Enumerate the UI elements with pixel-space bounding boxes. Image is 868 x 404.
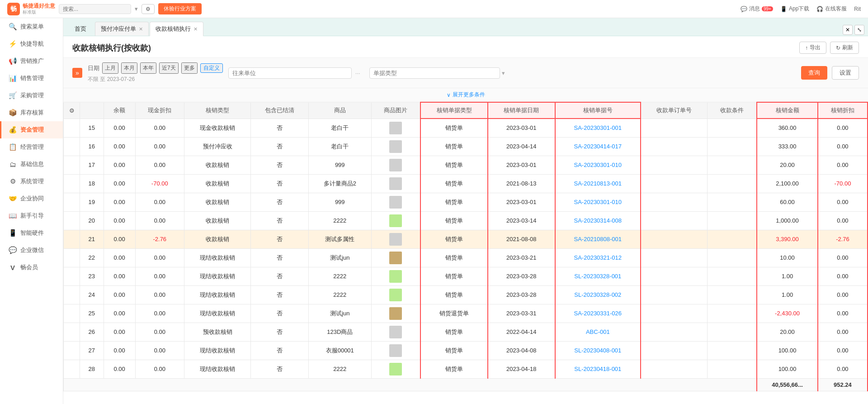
sidebar-item-inventory[interactable]: 📦 库存核算 <box>0 104 63 121</box>
online-service-btn[interactable]: 🎧 在线客服 <box>816 5 847 13</box>
verify-doc-link[interactable]: ABC-001 <box>586 328 610 335</box>
verify-doc-link[interactable]: SL-20230408-001 <box>574 347 621 354</box>
cell-verify-amount: 360.00 <box>757 119 818 137</box>
cell-verify-discount: 0.00 <box>818 193 868 211</box>
sidebar-item-finance[interactable]: 💰 资金管理 <box>0 121 63 138</box>
tab-maximize-btn[interactable]: ⤡ <box>854 25 864 35</box>
user-btn[interactable]: Rit <box>854 6 861 12</box>
cell-verify-doc-no[interactable]: SA-20210813-001 <box>555 174 641 193</box>
tab-home[interactable]: 首页 <box>67 22 94 36</box>
cell-verify-doc-no[interactable]: SL-20230418-001 <box>555 360 641 378</box>
cell-receipt-condition <box>708 211 757 230</box>
verify-doc-link[interactable]: SA-20230321-012 <box>574 254 622 261</box>
sidebar-item-guide[interactable]: 📖 新手引导 <box>0 207 63 224</box>
cell-settings <box>64 248 80 267</box>
sidebar-item-marketing[interactable]: 📢 营销推广 <box>0 52 63 70</box>
sidebar-label-member: 畅会员 <box>20 263 38 271</box>
cell-verify-discount: 0.00 <box>818 341 868 360</box>
sidebar-item-collab[interactable]: 🤝 企业协同 <box>0 190 63 207</box>
filter-date-custom[interactable]: 自定义 <box>200 63 223 73</box>
cell-verify-doc-date: 2023-03-31 <box>488 304 555 323</box>
verify-doc-link[interactable]: SA-20210808-001 <box>574 236 622 242</box>
cell-verify-doc-date: 2023-03-28 <box>488 267 555 285</box>
sidebar-item-sales[interactable]: 📊 销售管理 <box>0 70 63 87</box>
cell-verify-doc-date: 2023-03-01 <box>488 119 555 137</box>
tab-prepay[interactable]: 预付冲应付单 ✕ <box>95 22 149 36</box>
cell-verify-doc-no[interactable]: SL-20230408-001 <box>555 341 641 360</box>
cell-goods: 2222 <box>308 267 371 285</box>
cell-verify-doc-no[interactable]: SA-20230331-026 <box>555 304 641 323</box>
cell-index: 22 <box>80 248 104 267</box>
th-index <box>80 102 104 119</box>
cell-receipt-condition <box>708 360 757 378</box>
filter-doctype-input[interactable] <box>369 67 500 79</box>
cell-balance: 0.00 <box>104 341 135 360</box>
cell-goods: 老白干 <box>308 137 371 156</box>
expand-more-btn[interactable]: ∨ 展开更多条件 <box>63 89 868 100</box>
verify-doc-link[interactable]: SA-20230301-010 <box>574 199 622 205</box>
cell-cash-discount: 0.00 <box>135 119 184 137</box>
tab-verify-close[interactable]: ✕ <box>193 26 198 32</box>
search-input[interactable] <box>59 4 131 14</box>
refresh-btn[interactable]: ↻ 刷新 <box>830 42 859 54</box>
filter-date-7days[interactable]: 近7天 <box>159 62 179 74</box>
verify-doc-link[interactable]: SA-20210813-001 <box>574 180 622 187</box>
sidebar-item-basic[interactable]: 🗂 基础信息 <box>0 156 63 173</box>
cell-verify-amount: 3,390.00 <box>757 230 818 248</box>
cell-verify-doc-no[interactable]: SA-20230301-001 <box>555 119 641 137</box>
cell-balance: 0.00 <box>104 137 135 156</box>
sidebar-item-operations[interactable]: 📋 经营管理 <box>0 138 63 156</box>
cell-verify-doc-no[interactable]: ABC-001 <box>555 323 641 341</box>
cell-verify-doc-no[interactable]: SA-20230314-008 <box>555 211 641 230</box>
sidebar-item-hardware[interactable]: 📱 智能硬件 <box>0 224 63 242</box>
verify-doc-link[interactable]: SA-20230301-001 <box>574 124 622 131</box>
verify-doc-link[interactable]: SL-20230418-001 <box>574 366 621 372</box>
cell-verify-doc-no[interactable]: SA-20230301-010 <box>555 156 641 174</box>
cell-verify-doc-no[interactable]: SA-20230321-012 <box>555 248 641 267</box>
filter-date-this-year[interactable]: 本年 <box>140 62 156 74</box>
verify-doc-link[interactable]: SA-20230301-010 <box>574 162 622 168</box>
verify-doc-link[interactable]: SA-20230414-017 <box>574 143 622 150</box>
sidebar-item-wechat[interactable]: 💬 企业微信 <box>0 242 63 259</box>
cell-goods: 2222 <box>308 211 371 230</box>
verify-doc-link[interactable]: SA-20230331-026 <box>574 310 622 317</box>
gear-btn[interactable]: ⚙ <box>142 4 155 14</box>
filter-date-this-month[interactable]: 本月 <box>121 62 137 74</box>
message-btn[interactable]: 💬 消息 99+ <box>741 5 773 13</box>
sidebar-item-search[interactable]: 🔍 搜索菜单 <box>0 18 63 35</box>
filter-date-last-month[interactable]: 上月 <box>102 62 118 74</box>
cell-settings <box>64 285 80 304</box>
sidebar-label-purchase: 采购管理 <box>20 91 44 100</box>
cell-verify-doc-no[interactable]: SL-20230328-001 <box>555 267 641 285</box>
purchase-icon: 🛒 <box>9 91 17 100</box>
solution-btn[interactable]: 休验行业方案 <box>158 3 202 14</box>
customer-dots-icon[interactable]: ··· <box>352 70 364 76</box>
export-btn[interactable]: ↑ 导出 <box>799 42 826 54</box>
cell-verify-discount: 0.00 <box>818 304 868 323</box>
settings-btn[interactable]: 设置 <box>832 66 859 80</box>
tab-close-all-btn[interactable]: ✕ <box>843 25 853 35</box>
filter-customer-input[interactable] <box>228 67 352 79</box>
query-btn[interactable]: 查询 <box>801 66 827 80</box>
tab-prepay-close[interactable]: ✕ <box>139 26 143 32</box>
doctype-dropdown-icon[interactable]: ▾ <box>502 70 505 76</box>
app-download-btn[interactable]: 📱 App下载 <box>780 5 809 13</box>
verify-doc-link[interactable]: SL-20230328-002 <box>574 291 621 298</box>
cell-verify-doc-type: 销货单 <box>420 267 488 285</box>
cell-verify-doc-no[interactable]: SA-20230301-010 <box>555 193 641 211</box>
filter-date-more[interactable]: 更多 <box>181 62 198 74</box>
tab-verify[interactable]: 收款核销执行 ✕ <box>150 22 203 36</box>
sidebar-item-quicknav[interactable]: ⚡ 快捷导航 <box>0 35 63 52</box>
sidebar-item-purchase[interactable]: 🛒 采购管理 <box>0 87 63 104</box>
sidebar-item-system[interactable]: ⚙ 系统管理 <box>0 173 63 190</box>
cell-verify-discount: -70.00 <box>818 174 868 193</box>
verify-doc-link[interactable]: SL-20230328-001 <box>574 273 621 280</box>
cell-verify-doc-no[interactable]: SA-20230414-017 <box>555 137 641 156</box>
cell-verify-doc-no[interactable]: SL-20230328-002 <box>555 285 641 304</box>
cell-verify-doc-no[interactable]: SA-20210808-001 <box>555 230 641 248</box>
verify-doc-link[interactable]: SA-20230314-008 <box>574 217 622 224</box>
dropdown-arrow[interactable]: ▾ <box>135 5 138 12</box>
sidebar-item-member[interactable]: V 畅会员 <box>0 259 63 276</box>
th-settings[interactable]: ⚙ <box>64 102 80 119</box>
filter-expand-btn[interactable]: » <box>72 68 82 78</box>
